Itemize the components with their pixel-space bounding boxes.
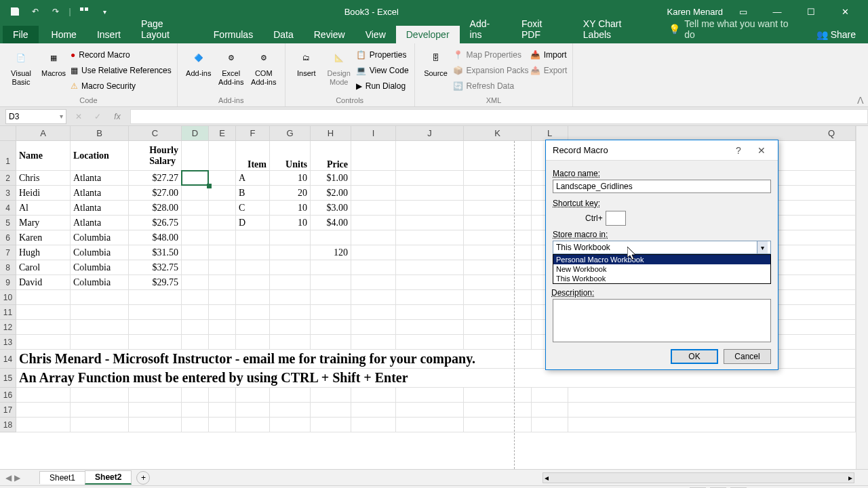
row-header[interactable]: 2 [0,171,16,186]
cell[interactable] [71,418,129,432]
cell[interactable] [568,388,856,403]
properties-button[interactable]: 📋Properties [356,48,409,62]
cell[interactable] [16,305,71,320]
cell[interactable] [464,201,532,216]
cell[interactable]: C [236,201,270,216]
row-header[interactable]: 16 [0,388,16,403]
cell[interactable]: Atlanta [71,186,129,201]
cell[interactable] [396,141,464,171]
addins-button[interactable]: 🔷Add-ins [183,46,214,78]
cell[interactable] [396,201,464,216]
horizontal-scrollbar[interactable]: ◂▸ [150,472,868,483]
cell[interactable] [129,305,182,320]
cell[interactable] [270,290,311,305]
cell[interactable] [129,418,182,432]
col-header-q[interactable]: Q [568,126,856,141]
cell[interactable]: Columbia [71,245,129,260]
tab-data[interactable]: Data [263,26,304,43]
cell[interactable] [182,388,209,403]
cell[interactable]: $32.75 [129,260,182,275]
cell[interactable]: 120 [311,245,351,260]
cell[interactable] [209,230,236,245]
cell[interactable] [270,245,311,260]
cell[interactable] [464,335,532,350]
cell[interactable]: David [16,275,71,290]
name-box[interactable]: D3▾ [5,109,66,124]
cell[interactable] [311,403,351,418]
insert-control-button[interactable]: 🗂Insert [291,46,322,78]
cell[interactable]: Al [16,201,71,216]
cell[interactable]: $27.27 [129,171,182,186]
cell[interactable] [464,216,532,230]
cell[interactable] [464,305,532,320]
col-header-e[interactable]: E [209,126,236,141]
cell[interactable] [16,388,71,403]
visual-basic-button[interactable]: 📄Visual Basic [5,46,37,86]
cell[interactable] [71,290,129,305]
cell[interactable] [396,216,464,230]
qa-customize-icon[interactable]: ▾ [95,3,114,20]
cell[interactable] [396,275,464,290]
cell[interactable] [351,216,396,230]
col-header-a[interactable]: A [16,126,71,141]
row-header[interactable]: 1 [0,141,16,171]
macro-name-input[interactable] [553,180,771,193]
formula-input[interactable] [130,109,868,124]
cell[interactable] [396,418,464,432]
cell[interactable]: Karen [16,230,71,245]
cell[interactable] [270,260,311,275]
cell[interactable] [71,320,129,335]
cell[interactable] [532,403,568,418]
chevron-down-icon[interactable]: ▾ [757,241,768,253]
cell[interactable]: Name [16,141,71,171]
cell[interactable] [209,403,236,418]
cell[interactable] [71,388,129,403]
row-header[interactable]: 14 [0,350,16,369]
tab-review[interactable]: Review [304,26,355,43]
cell[interactable] [16,335,71,350]
cell[interactable]: $31.50 [129,245,182,260]
cell[interactable] [396,171,464,186]
cell[interactable] [270,275,311,290]
cell[interactable] [464,260,532,275]
cell[interactable] [129,403,182,418]
macro-security-button[interactable]: ⚠Macro Security [71,79,172,93]
row-header[interactable]: 11 [0,305,16,320]
row-header[interactable]: 6 [0,230,16,245]
cell[interactable] [270,305,311,320]
cell[interactable] [16,290,71,305]
tab-home[interactable]: Home [41,26,87,43]
cell[interactable] [351,141,396,171]
cell[interactable]: 20 [270,186,311,201]
import-button[interactable]: 📥Import [530,48,568,62]
cell[interactable] [236,230,270,245]
tab-insert[interactable]: Insert [87,26,131,43]
cell[interactable] [396,403,464,418]
cell[interactable] [311,305,351,320]
cell[interactable]: Chris [16,171,71,186]
cell[interactable] [182,201,209,216]
cell[interactable] [464,245,532,260]
cell[interactable] [129,290,182,305]
cell[interactable] [209,260,236,275]
cell[interactable] [129,320,182,335]
col-header-g[interactable]: G [270,126,311,141]
record-macro-button[interactable]: ●Record Macro [71,48,172,62]
col-header-j[interactable]: J [396,126,464,141]
cell[interactable] [396,335,464,350]
cell[interactable]: Heidi [16,186,71,201]
cell[interactable]: $26.75 [129,216,182,230]
cell[interactable] [311,320,351,335]
share-button[interactable]: 👥 Share [807,26,865,43]
cell[interactable]: D [236,216,270,230]
ok-button[interactable]: OK [671,349,718,364]
cell[interactable] [351,230,396,245]
cell[interactable] [396,305,464,320]
col-header-d[interactable]: D [182,126,209,141]
description-input[interactable] [553,299,771,342]
cell[interactable] [129,388,182,403]
cell[interactable]: Columbia [71,260,129,275]
cell[interactable] [16,418,71,432]
cell[interactable] [464,275,532,290]
col-header-h[interactable]: H [311,126,351,141]
